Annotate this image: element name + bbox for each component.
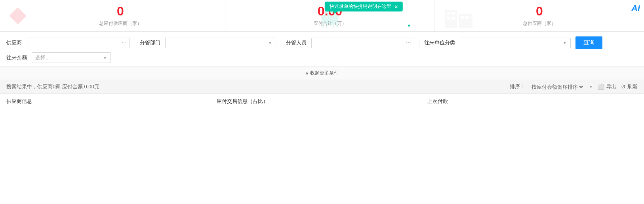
building-icon [443, 4, 474, 28]
svg-rect-17 [465, 16, 469, 19]
person-input[interactable] [311, 38, 414, 48]
table-body [0, 109, 644, 189]
table-header: 供应商信息 应付交易信息（占比） 上次付款 [0, 94, 644, 109]
svg-rect-13 [452, 12, 455, 15]
stats-bar: ★ 0 总应付供应商（家） 0.00 应付合计（万） 快速录单的快捷键说明在这里… [0, 0, 644, 32]
tooltip-bubble: 快速录单的快捷键说明在这里 × [325, 2, 402, 11]
divider-3 [419, 39, 419, 47]
collapse-chevron-icon: ∧ [305, 71, 309, 76]
refresh-icon: ↺ [621, 84, 626, 90]
category-select[interactable] [460, 38, 571, 48]
svg-rect-10 [445, 10, 457, 28]
col-transaction-header: 应付交易信息（占比） [217, 98, 427, 105]
tooltip-text: 快速录单的快捷键说明在这里 [330, 3, 391, 10]
payable-total-label: 应付合计（万） [313, 20, 347, 27]
filter-row-1: 供应商 ··· 分管部门 ▼ 分管人员 ··· 往来单位分类 ▼ [6, 36, 638, 49]
balance-select-wrap: 选择... ▼ [32, 52, 111, 63]
results-summary: 搜索结果中，供应商0家 应付金额 0.00元 [6, 83, 99, 90]
col-lastpay-header: 上次付款 [427, 98, 638, 105]
category-label: 往来单位分类 [424, 39, 455, 46]
svg-rect-16 [461, 16, 464, 19]
diamond-icon: ★ [8, 6, 28, 26]
svg-text:★: ★ [16, 13, 20, 19]
department-select-wrap: ▼ [165, 38, 276, 48]
collapse-button[interactable]: ∧ 收起更多条件 [301, 69, 343, 77]
sort-label: 排序： [510, 83, 525, 90]
department-label: 分管部门 [140, 39, 160, 46]
tooltip-indicator-dot [407, 24, 411, 27]
export-icon: ⬜ [598, 84, 604, 90]
supplier-input-wrap: ··· [27, 38, 130, 48]
ai-label: Ai [631, 4, 640, 13]
divider-1 [135, 39, 135, 47]
refresh-button[interactable]: ↺ 刷新 [621, 83, 638, 90]
refresh-label: 刷新 [627, 83, 638, 90]
balance-label: 往来余额 [6, 54, 27, 61]
payable-suppliers-number: 0 [117, 4, 124, 18]
results-bar: 搜索结果中，供应商0家 应付金额 0.00元 排序： 按应付会额倒序排序 ▼ ⬜… [0, 80, 644, 94]
department-select[interactable] [165, 38, 276, 48]
sort-arrow-icon: ▼ [589, 85, 593, 89]
export-label: 导出 [606, 83, 616, 90]
stat-payable-suppliers: ★ 0 总应付供应商（家） [0, 0, 225, 31]
collapse-bar: ∧ 收起更多条件 [0, 67, 644, 80]
category-select-wrap: ▼ [460, 38, 571, 48]
svg-rect-12 [447, 12, 450, 15]
supplier-dots[interactable]: ··· [122, 39, 127, 46]
filter-row-2: 往来余额 选择... ▼ [6, 52, 638, 63]
stat-total-suppliers: 0 总供应商（家） Ai [435, 0, 644, 31]
tooltip-close-button[interactable]: × [394, 4, 398, 10]
balance-select[interactable]: 选择... [32, 52, 111, 63]
export-button[interactable]: ⬜ 导出 [598, 83, 616, 90]
supplier-label: 供应商 [6, 39, 22, 46]
svg-rect-15 [452, 17, 455, 20]
results-actions: 排序： 按应付会额倒序排序 ▼ ⬜ 导出 ↺ 刷新 [510, 83, 638, 90]
query-button[interactable]: 查询 [575, 36, 602, 49]
ai-badge[interactable]: Ai [631, 4, 640, 13]
stat-payable-total: 0.00 应付合计（万） 快速录单的快捷键说明在这里 × [225, 0, 435, 31]
total-suppliers-label: 总供应商（家） [523, 20, 556, 27]
person-input-wrap: ··· [311, 38, 414, 48]
payable-suppliers-label: 总应付供应商（家） [99, 20, 142, 27]
divider-2 [281, 39, 281, 47]
filter-area: 供应商 ··· 分管部门 ▼ 分管人员 ··· 往来单位分类 ▼ [0, 32, 644, 67]
svg-rect-14 [447, 17, 450, 20]
person-dots[interactable]: ··· [406, 39, 411, 46]
person-label: 分管人员 [286, 39, 307, 46]
collapse-label: 收起更多条件 [310, 70, 339, 76]
supplier-input[interactable] [27, 38, 130, 48]
total-suppliers-number: 0 [536, 4, 543, 18]
col-supplier-header: 供应商信息 [6, 98, 217, 105]
sort-select[interactable]: 按应付会额倒序排序 [530, 84, 584, 90]
